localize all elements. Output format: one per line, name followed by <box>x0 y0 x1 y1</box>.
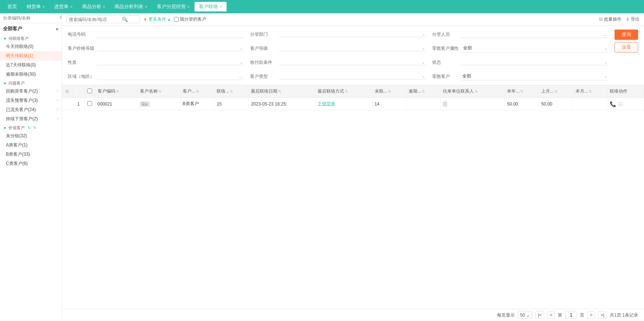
nav-close-customer-layer[interactable]: × <box>187 4 189 9</box>
sidebar-group-problem-label: 问题客户 <box>8 80 25 86</box>
filter-status-label: 状态 <box>432 59 458 66</box>
prev-page-button[interactable]: < <box>547 311 555 319</box>
sidebar-search-input[interactable] <box>3 15 58 21</box>
page-input[interactable] <box>565 311 577 319</box>
filter-person-dots[interactable]: ... <box>603 32 607 37</box>
row-last-way[interactable]: 下销货单 <box>318 101 335 106</box>
first-page-button[interactable]: |< <box>535 311 544 319</box>
filter-dept-select[interactable]: ⌄ <box>279 31 427 37</box>
query-button[interactable]: 查询 <box>615 30 638 40</box>
more-filter-button[interactable]: ▼ 更多条件 ▲ <box>143 16 171 23</box>
sort-this-year[interactable]: ⇅ <box>520 89 523 93</box>
gear-icon[interactable]: ⚙ <box>65 89 69 94</box>
sidebar-item-week[interactable]: 近7天待联络(0) <box>0 61 62 70</box>
sort-last-way[interactable]: ⇅ <box>345 89 348 93</box>
filter-status-select[interactable]: ⌄ <box>461 59 609 65</box>
nav-tab-customer-layer[interactable]: 客户分层经营 × <box>153 2 194 11</box>
sidebar-item-declining[interactable]: 持续下滑客户(2) ? <box>0 114 62 124</box>
filter-status: 状态 ⌄ <box>432 57 609 68</box>
filter-person-select[interactable]: ... <box>461 31 609 38</box>
my-customer-checkbox[interactable] <box>174 17 179 22</box>
nav-tab-product-analysis[interactable]: 商品分析 × <box>78 2 109 11</box>
filter-area-select[interactable]: ... <box>97 73 244 80</box>
page-size-select[interactable]: 50 ⌄ <box>518 311 532 319</box>
last-page-button[interactable]: >| <box>598 311 607 319</box>
sidebar-item-class-b[interactable]: B类客户(33) <box>0 150 62 159</box>
export-icon: ⇪ <box>626 17 630 22</box>
search-input[interactable] <box>69 17 120 22</box>
search-input-wrap: 🔍 <box>66 15 140 23</box>
filter-price-level-label: 客户价格等级 <box>68 45 94 52</box>
table-wrap: ⚙ 客户编码 ⇅ <box>62 85 644 309</box>
nav-close-purchase[interactable]: × <box>70 4 72 9</box>
filter-level-select[interactable]: ⌄ <box>279 45 427 51</box>
nav-close-customer-contact[interactable]: × <box>220 4 222 9</box>
sort-contact-person[interactable]: ⇅ <box>475 89 477 93</box>
sidebar-item-tomorrow[interactable]: 明天待联络(1) <box>0 51 62 61</box>
export-button[interactable]: ⇪ 导出 <box>626 16 640 23</box>
nav-tab-product-list[interactable]: 商品分析列表 × <box>110 2 151 11</box>
col-last-date: 最后联络日期 ⇅ <box>249 85 315 98</box>
sidebar-item-class-a[interactable]: A类客户(1) <box>0 141 62 150</box>
select-all-checkbox[interactable] <box>87 89 92 93</box>
sort-not-contact[interactable]: ⇅ <box>388 89 391 93</box>
batch-op-button[interactable]: ☑ 批量操作 <box>599 16 622 23</box>
filter-area-dots[interactable]: ... <box>239 74 243 79</box>
sidebar-help-icon-repurchase[interactable]: ? <box>56 89 59 94</box>
next-page-button[interactable]: > <box>587 311 595 319</box>
filter-retail-attr-select[interactable]: 全部 ⌄ <box>462 44 609 52</box>
sidebar-help-icon-declining[interactable]: ? <box>56 117 59 121</box>
sidebar-item-lost[interactable]: 已流失客户(24) ? <box>0 105 62 114</box>
col-gear: ⚙ <box>62 85 73 98</box>
nav-tab-customer-contact[interactable]: 客户联络 × <box>195 2 226 11</box>
sort-last-month[interactable]: ⇅ <box>554 89 557 93</box>
nav-close-product-analysis[interactable]: × <box>103 4 105 9</box>
sort-this-month[interactable]: ⇅ <box>589 89 592 93</box>
nav-tab-sales[interactable]: 销货单 × <box>22 2 49 11</box>
sort-last-date[interactable]: ⇅ <box>278 89 281 93</box>
sort-type[interactable]: ⇅ <box>196 89 199 93</box>
sidebar-help-icon-lost[interactable]: ? <box>56 108 59 112</box>
search-icon[interactable]: 🔍 <box>122 17 128 22</box>
filter-gender-select[interactable]: ⌄ <box>97 59 244 65</box>
filter-price-level-select[interactable]: ⌄ <box>97 45 244 51</box>
nav-close-sales[interactable]: × <box>42 4 45 9</box>
sort-overdue[interactable]: ⇅ <box>422 89 425 93</box>
nav-tab-purchase[interactable]: 进货单 × <box>50 2 77 11</box>
nav-home[interactable]: 首页 <box>3 2 21 11</box>
filter-row-4: 区域（地区） ... 客户类型 ⌄ 零散客户 全部 <box>68 71 609 82</box>
sidebar-item-repurchase[interactable]: 回购异常客户(2) ? <box>0 87 62 96</box>
col-last-way: 最后联络方式 ⇅ <box>315 85 372 98</box>
sidebar-all-customers[interactable]: 全部客户 « <box>0 23 62 34</box>
sort-code[interactable]: ⇅ <box>116 89 119 93</box>
col-last-month: 上月... ⇅ <box>539 85 573 98</box>
filter-phone: 电话号码 <box>68 29 244 40</box>
sidebar-item-ungroup[interactable]: 未分组(32) <box>0 131 62 141</box>
filter-customer-type-select[interactable]: ⌄ <box>279 73 427 79</box>
table-row: 1 000021 Ea B类客户 <box>62 98 644 110</box>
filter-phone-input[interactable] <box>97 31 244 38</box>
sort-contact[interactable]: ⇅ <box>230 89 233 93</box>
sidebar-item-today[interactable]: 今天待联络(0) <box>0 42 62 51</box>
filter-payment-select[interactable]: ⌄ <box>279 59 427 65</box>
sidebar-item-overdue[interactable]: 逾期未联络(30) <box>0 70 62 79</box>
col-this-year: 本年... ⇅ <box>505 85 539 98</box>
sidebar-item-class-b-label: B类客户(33) <box>6 151 30 158</box>
row-action-qr-icon[interactable]: ☷ <box>618 101 623 107</box>
nav-close-product-list[interactable]: × <box>145 4 147 9</box>
row-name-cell: Ea <box>138 98 181 110</box>
filter-price-level: 客户价格等级 ⌄ <box>68 43 244 54</box>
filter-retail-attr-chevron: ⌄ <box>604 46 607 50</box>
customer-table: ⚙ 客户编码 ⇅ <box>62 85 644 110</box>
filter-retail-customer-value: 全部 <box>462 73 471 79</box>
sort-name[interactable]: ⇅ <box>158 89 161 93</box>
sidebar-item-lost-warning[interactable]: 流失预警客户(3) ? <box>0 96 62 105</box>
set-button[interactable]: 设置 <box>615 42 638 52</box>
sidebar-item-class-c[interactable]: C类客户(6) <box>0 159 62 168</box>
row-checkbox[interactable] <box>87 101 92 106</box>
row-contact-person <box>443 101 447 107</box>
my-customer-check[interactable]: 我分管的客户 <box>174 16 206 23</box>
filter-retail-customer-select[interactable]: 全部 ⌄ <box>461 72 609 80</box>
row-action-phone-icon[interactable]: 📞 <box>610 101 616 107</box>
sidebar-help-icon-lost-warning[interactable]: ? <box>56 99 59 103</box>
